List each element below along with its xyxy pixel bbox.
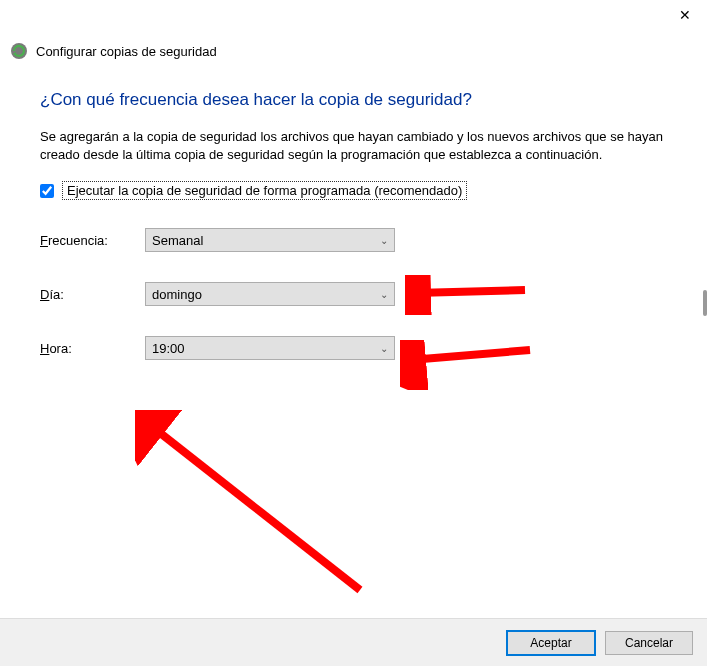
svg-line-7	[150, 425, 360, 590]
chevron-down-icon: ⌄	[380, 343, 388, 354]
backup-icon	[10, 42, 28, 60]
day-dropdown[interactable]: domingo ⌄	[145, 282, 395, 306]
day-value: domingo	[152, 287, 202, 302]
arrow-annotation	[135, 410, 375, 600]
hour-dropdown[interactable]: 19:00 ⌄	[145, 336, 395, 360]
chevron-down-icon: ⌄	[380, 289, 388, 300]
hour-label: Hora:	[40, 341, 145, 356]
accept-button[interactable]: Aceptar	[507, 631, 595, 655]
schedule-checkbox[interactable]	[40, 184, 54, 198]
day-label: Día:	[40, 287, 145, 302]
scrollbar-thumb[interactable]	[703, 290, 707, 316]
schedule-checkbox-label[interactable]: Ejecutar la copia de seguridad de forma …	[62, 181, 467, 200]
close-icon: ✕	[679, 7, 691, 23]
cancel-button[interactable]: Cancelar	[605, 631, 693, 655]
header: Configurar copias de seguridad	[0, 32, 707, 60]
window-title: Configurar copias de seguridad	[36, 44, 217, 59]
page-description: Se agregarán a la copia de seguridad los…	[40, 128, 667, 163]
frequency-dropdown[interactable]: Semanal ⌄	[145, 228, 395, 252]
frequency-value: Semanal	[152, 233, 203, 248]
frequency-label: Frecuencia:	[40, 233, 145, 248]
hour-value: 19:00	[152, 341, 185, 356]
page-heading: ¿Con qué frecuencia desea hacer la copia…	[40, 90, 667, 110]
chevron-down-icon: ⌄	[380, 235, 388, 246]
close-button[interactable]: ✕	[662, 0, 707, 30]
footer: Aceptar Cancelar	[0, 618, 707, 666]
